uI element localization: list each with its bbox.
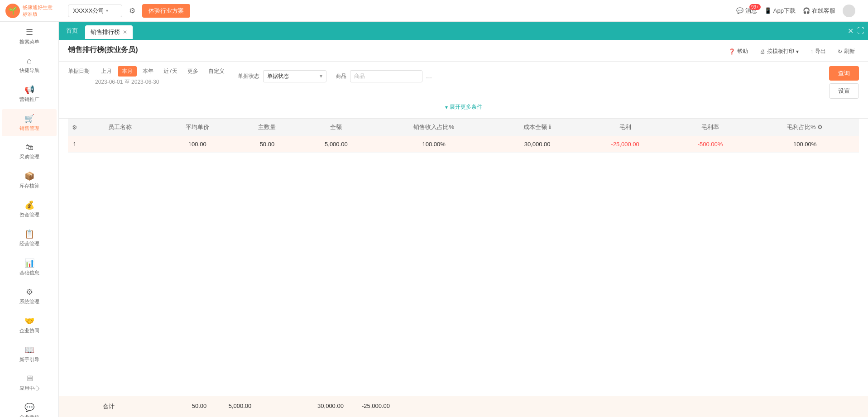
table-header-row: ⚙ 员工名称 平均单价 主数量 全额 销售收入占比% 成本全额 ℹ 毛利 毛利率 bbox=[68, 119, 859, 136]
footer-row: 合计 50.00 5,000.00 30,000.00 -25,000.00 bbox=[68, 401, 859, 412]
col-qty: 主数量 bbox=[236, 119, 298, 136]
filter-area: 单据日期 上月 本月 本年 近7天 更多 自定义 bbox=[59, 62, 868, 119]
export-button[interactable]: ↑ 导出 bbox=[806, 45, 830, 58]
trial-button[interactable]: 体验行业方案 bbox=[142, 4, 190, 18]
sidebar-label-system: 系统管理 bbox=[19, 298, 39, 305]
message-button[interactable]: 💬 消息 99+ bbox=[736, 7, 757, 15]
period-more[interactable]: 更多 bbox=[183, 66, 202, 77]
col-gross-pct: 毛利占比% ⚙ bbox=[751, 119, 859, 136]
app-download-button[interactable]: 📱 App下载 bbox=[764, 7, 796, 15]
sidebar-label-guide: 新手引导 bbox=[19, 356, 39, 363]
period-last-month[interactable]: 上月 bbox=[97, 66, 116, 77]
cell-rank: 1 bbox=[68, 136, 82, 153]
page-actions: ❓ 帮助 🖨 按模板打印 ▾ ↑ 导出 bbox=[724, 45, 859, 58]
tab-close-icon[interactable]: ✕ bbox=[123, 29, 127, 35]
print-icon: 🖨 bbox=[760, 48, 765, 55]
expand-button[interactable]: ▾ 展开更多条件 bbox=[445, 101, 482, 114]
refresh-button[interactable]: ↻ 刷新 bbox=[834, 45, 859, 58]
sidebar-item-wechat[interactable]: 💬 企业微信 bbox=[2, 398, 57, 417]
sidebar-label-apps: 应用中心 bbox=[19, 385, 39, 392]
help-button[interactable]: ❓ 帮助 bbox=[724, 45, 752, 58]
footer-qty: 50.00 bbox=[181, 401, 217, 412]
online-service-button[interactable]: 🎧 在线客服 bbox=[803, 7, 835, 15]
sidebar-item-search[interactable]: ☰ 搜索菜单 bbox=[2, 23, 57, 50]
avatar bbox=[843, 5, 855, 17]
sidebar-item-inventory[interactable]: 📦 库存核算 bbox=[2, 167, 57, 194]
col-avg-price: 平均单价 bbox=[158, 119, 235, 136]
phone-icon: 📱 bbox=[764, 7, 772, 14]
sidebar-label-purchase: 采购管理 bbox=[19, 153, 39, 160]
print-arrow-icon: ▾ bbox=[796, 48, 799, 55]
gross-pct-icon[interactable]: ⚙ bbox=[817, 124, 823, 130]
period-this-year[interactable]: 本年 bbox=[139, 66, 158, 77]
app-download-label: App下载 bbox=[773, 7, 796, 15]
settings-icon-btn[interactable]: ⚙ bbox=[126, 5, 139, 17]
cell-amount: 5,000.00 bbox=[298, 136, 374, 153]
cell-avg-price: 100.00 bbox=[158, 136, 235, 153]
date-range: 2023-06-01 至 2023-06-30 bbox=[95, 79, 159, 85]
period-this-month[interactable]: 本月 bbox=[118, 66, 137, 77]
sidebar-item-marketing[interactable]: 📢 营销推广 bbox=[2, 80, 57, 107]
basics-icon: 📊 bbox=[24, 258, 34, 268]
filter-actions: 查询 设置 bbox=[829, 66, 859, 99]
col-settings[interactable]: ⚙ bbox=[68, 119, 82, 136]
tab-home[interactable]: 首页 bbox=[59, 22, 85, 40]
tab-maximize-icon[interactable]: ⛶ bbox=[857, 27, 864, 35]
period-custom[interactable]: 自定义 bbox=[204, 66, 229, 77]
tab-bar: 首页 销售排行榜 ✕ ✕ ⛶ bbox=[59, 22, 868, 40]
sidebar-item-nav[interactable]: ⌂ 快捷导航 bbox=[2, 52, 57, 78]
footer-sales-pct bbox=[263, 401, 308, 412]
sidebar-item-system[interactable]: ⚙ 系统管理 bbox=[2, 283, 57, 310]
date-label: 单据日期 bbox=[68, 67, 90, 75]
cooperation-icon: 🤝 bbox=[24, 316, 34, 326]
query-button[interactable]: 查询 bbox=[829, 66, 859, 81]
sidebar-label-basics: 基础信息 bbox=[19, 269, 39, 276]
status-select[interactable]: 单据状态 ▾ bbox=[263, 70, 326, 82]
template-print-button[interactable]: 🖨 按模板打印 ▾ bbox=[756, 45, 803, 58]
goods-input[interactable]: 商品 bbox=[350, 70, 422, 82]
sidebar-label-cooperation: 企业协同 bbox=[19, 327, 39, 334]
finance-icon: 💰 bbox=[24, 200, 34, 210]
status-label: 单据状态 bbox=[238, 72, 259, 80]
chevron-down-icon: ▾ bbox=[106, 8, 108, 13]
tab-sales-ranking[interactable]: 销售排行榜 ✕ bbox=[85, 25, 133, 39]
data-table: ⚙ 员工名称 平均单价 主数量 全额 销售收入占比% 成本全额 ℹ 毛利 毛利率 bbox=[68, 119, 859, 153]
inventory-icon: 📦 bbox=[24, 171, 34, 181]
sidebar-item-sales[interactable]: 🛒 销售管理 bbox=[2, 109, 57, 136]
table-settings-icon[interactable]: ⚙ bbox=[72, 124, 77, 131]
col-employee-name: 员工名称 bbox=[82, 119, 158, 136]
sidebar-item-operations[interactable]: 📋 经营管理 bbox=[2, 225, 57, 252]
period-7days[interactable]: 近7天 bbox=[159, 66, 182, 77]
logo-icon: 🌱 bbox=[5, 4, 20, 18]
footer-gross-pct bbox=[444, 401, 489, 412]
home-icon: ⌂ bbox=[27, 56, 32, 66]
cell-gross-profit: -25,000.00 bbox=[581, 136, 670, 153]
footer-avg-price bbox=[136, 401, 181, 412]
logo-text: 畅康通好生意 标准版 bbox=[23, 4, 53, 17]
sidebar-item-finance[interactable]: 💰 资金管理 bbox=[2, 196, 57, 223]
sidebar-label-operations: 经营管理 bbox=[19, 240, 39, 247]
sidebar-item-cooperation[interactable]: 🤝 企业协同 bbox=[2, 312, 57, 339]
col-gross-rate: 毛利率 bbox=[670, 119, 751, 136]
table-row: 1 100.00 50.00 5,000.00 100.00% 30,000.0… bbox=[68, 136, 859, 153]
cost-info-icon[interactable]: ℹ bbox=[549, 124, 551, 130]
sidebar-label-finance: 资金管理 bbox=[19, 211, 39, 218]
sidebar-item-purchase[interactable]: 🛍 采购管理 bbox=[2, 138, 57, 165]
footer-settings-cell bbox=[68, 401, 82, 412]
col-cost-amount: 成本全额 ℹ bbox=[494, 119, 581, 136]
company-selector[interactable]: XXXXX公司 ▾ bbox=[68, 5, 122, 17]
settings-button[interactable]: 设置 bbox=[829, 83, 859, 99]
guide-icon: 📖 bbox=[24, 345, 34, 355]
cell-qty: 50.00 bbox=[236, 136, 298, 153]
sidebar-label-search: 搜索菜单 bbox=[19, 38, 39, 45]
sidebar-item-apps[interactable]: 🖥 应用中心 bbox=[2, 369, 57, 396]
col-sales-pct: 销售收入占比% bbox=[374, 119, 494, 136]
filter-ellipsis[interactable]: ... bbox=[426, 72, 432, 80]
cell-cost-amount: 30,000.00 bbox=[494, 136, 581, 153]
sidebar-item-basics[interactable]: 📊 基础信息 bbox=[2, 254, 57, 281]
sidebar-item-guide[interactable]: 📖 新手引导 bbox=[2, 340, 57, 368]
sidebar-label-sales: 销售管理 bbox=[19, 125, 39, 132]
system-icon: ⚙ bbox=[26, 287, 33, 297]
tab-close-window-icon[interactable]: ✕ bbox=[848, 27, 854, 35]
date-period-group: 上月 本月 本年 近7天 更多 自定义 bbox=[97, 66, 229, 77]
